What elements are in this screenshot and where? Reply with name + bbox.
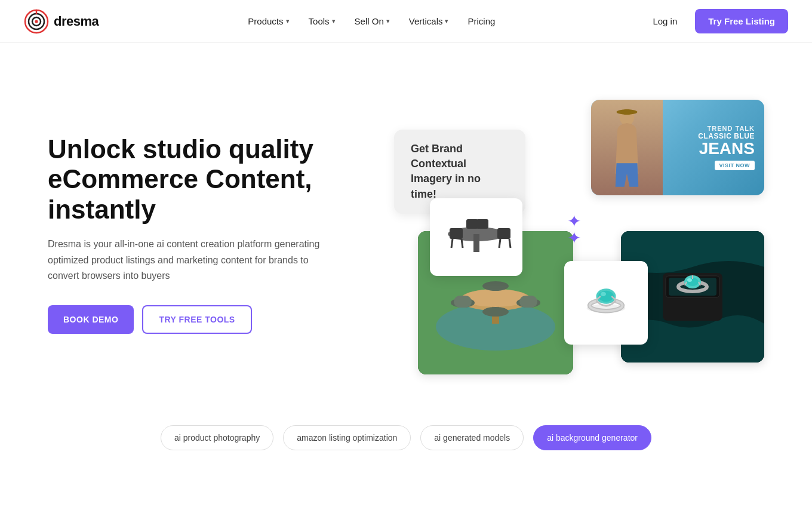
tag-ai-background-generator[interactable]: ai background generator xyxy=(533,425,651,450)
tag-amazon-listing-optimization[interactable]: amazon listing optimization xyxy=(283,425,411,450)
svg-line-16 xyxy=(499,239,500,248)
svg-point-42 xyxy=(687,278,692,282)
tag-ai-generated-models[interactable]: ai generated models xyxy=(420,425,524,450)
svg-rect-11 xyxy=(497,228,510,239)
model-svg xyxy=(603,106,651,189)
svg-line-15 xyxy=(462,239,463,248)
nav-item-tools[interactable]: Tools ▾ xyxy=(300,11,344,31)
hero-description: Dresma is your all-in-one ai content cre… xyxy=(48,236,322,284)
nav-item-products[interactable]: Products ▾ xyxy=(239,11,297,31)
furniture-small-svg xyxy=(438,207,515,267)
model-image xyxy=(591,100,663,195)
chevron-down-icon: ▾ xyxy=(286,17,290,25)
trend-text: TREND TALK CLASSIC BLUE JEANS VISIT NOW xyxy=(698,125,755,170)
svg-rect-27 xyxy=(454,296,472,308)
ring-white-card xyxy=(564,261,648,345)
sparkle-decoration: ✦✦ xyxy=(567,213,581,247)
logo-icon xyxy=(24,9,49,34)
svg-point-26 xyxy=(482,307,509,317)
svg-rect-28 xyxy=(519,296,537,308)
ring-white-svg xyxy=(573,270,639,336)
trend-talk-card: TREND TALK CLASSIC BLUE JEANS VISIT NOW xyxy=(591,100,764,195)
svg-point-34 xyxy=(601,292,606,296)
svg-line-14 xyxy=(451,239,453,248)
try-free-tools-button[interactable]: TRY FREE TOOLS xyxy=(142,305,251,334)
logo[interactable]: dresma xyxy=(24,9,99,34)
logo-text: dresma xyxy=(54,14,99,29)
svg-rect-7 xyxy=(623,109,630,115)
hero-left: Unlock studio quality eCommerce Content,… xyxy=(48,134,322,334)
hero-section: Unlock studio quality eCommerce Content,… xyxy=(0,43,812,413)
chevron-down-icon: ▾ xyxy=(386,17,390,25)
chevron-down-icon: ▾ xyxy=(445,17,448,25)
svg-line-17 xyxy=(509,239,510,248)
hero-image-collage: Get Brand Contextual Imagery in no time! xyxy=(394,94,764,374)
svg-point-25 xyxy=(482,281,509,291)
svg-rect-13 xyxy=(476,219,488,229)
hero-buttons: BOOK DEMO TRY FREE TOOLS xyxy=(48,305,322,334)
svg-point-3 xyxy=(35,20,38,23)
try-free-listing-button[interactable]: Try Free Listing xyxy=(695,9,788,33)
svg-rect-10 xyxy=(450,228,463,239)
nav-links: Products ▾ Tools ▾ Sell On ▾ Verticals ▾… xyxy=(239,11,503,31)
chevron-down-icon: ▾ xyxy=(332,17,336,25)
nav-item-verticals[interactable]: Verticals ▾ xyxy=(401,11,457,31)
navigation: dresma Products ▾ Tools ▾ Sell On ▾ Vert… xyxy=(0,0,812,43)
svg-point-33 xyxy=(598,291,614,302)
tags-section: ai product photography amazon listing op… xyxy=(0,413,812,486)
furniture-small-card xyxy=(430,198,522,276)
nav-right: Log in Try Free Listing xyxy=(644,9,788,33)
tag-ai-product-photography[interactable]: ai product photography xyxy=(161,425,273,450)
nav-item-sellon[interactable]: Sell On ▾ xyxy=(346,11,398,31)
hero-title: Unlock studio quality eCommerce Content,… xyxy=(48,134,322,225)
login-button[interactable]: Log in xyxy=(644,11,685,31)
book-demo-button[interactable]: BOOK DEMO xyxy=(48,305,134,334)
nav-item-pricing[interactable]: Pricing xyxy=(459,11,503,31)
svg-rect-9 xyxy=(473,234,479,252)
